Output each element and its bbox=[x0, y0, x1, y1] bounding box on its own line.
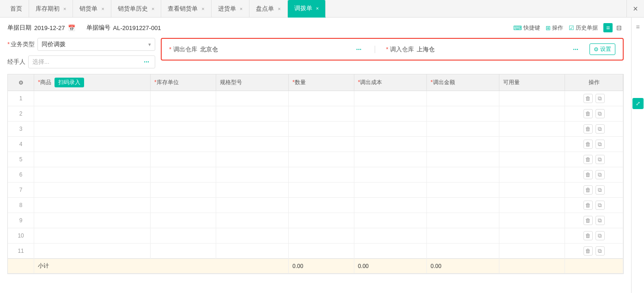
copy-icon[interactable]: ⧉ bbox=[595, 109, 605, 118]
delete-icon[interactable]: 🗑 bbox=[583, 94, 593, 103]
table-row: 1 🗑⧉ bbox=[8, 91, 623, 106]
subtotal-row: 小计 0.00 0.00 0.00 bbox=[8, 259, 623, 274]
history-action[interactable]: ☑ 历史单据 bbox=[569, 24, 598, 32]
tab-sales-order[interactable]: 销货单 × bbox=[73, 0, 111, 18]
table-row: 11 🗑⧉ bbox=[8, 244, 623, 259]
copy-icon[interactable]: ⧉ bbox=[595, 246, 605, 256]
tab-view-sales-close[interactable]: × bbox=[201, 6, 204, 12]
out-warehouse-dots[interactable]: ··· bbox=[354, 46, 364, 53]
delete-icon[interactable]: 🗑 bbox=[583, 140, 593, 149]
tab-inventory-init-close[interactable]: × bbox=[63, 6, 66, 12]
layout-toggle: ≡ ⊟ bbox=[603, 23, 624, 32]
delete-icon[interactable]: 🗑 bbox=[583, 231, 593, 240]
copy-icon[interactable]: ⧉ bbox=[595, 201, 605, 210]
warehouse-divider bbox=[375, 46, 375, 53]
copy-icon[interactable]: ⧉ bbox=[595, 140, 605, 149]
table-col-gear[interactable]: ⚙ bbox=[8, 74, 34, 91]
warehouse-box: * 调出仓库 北京仓 ··· * 调入仓库 上海仓 ··· ⚙ 设置 bbox=[161, 38, 624, 61]
window-close-button[interactable]: × bbox=[626, 0, 644, 18]
subtotal-cost: 0.00 bbox=[354, 259, 426, 274]
business-type-value: 同价调拨 bbox=[42, 40, 66, 49]
subtotal-amount: 0.00 bbox=[427, 259, 499, 274]
form-area: *业务类型 同价调拨 ▾ 经手人 选择... ··· * bbox=[7, 38, 624, 68]
settings-label: 设置 bbox=[600, 45, 611, 53]
table-col-available: 可用量 bbox=[499, 74, 565, 91]
copy-icon[interactable]: ⧉ bbox=[595, 231, 605, 240]
delete-icon[interactable]: 🗑 bbox=[583, 170, 593, 179]
in-warehouse-field: * 调入仓库 上海仓 ··· bbox=[386, 45, 581, 54]
tab-sales-history-close[interactable]: × bbox=[152, 6, 154, 12]
layout-grid-icon[interactable]: ⊟ bbox=[614, 23, 624, 32]
shortcut-action[interactable]: ⌨ 快捷键 bbox=[513, 24, 540, 32]
delete-icon[interactable]: 🗑 bbox=[583, 216, 593, 225]
copy-icon[interactable]: ⧉ bbox=[595, 94, 605, 103]
person-dots-button[interactable]: ··· bbox=[142, 58, 151, 66]
business-type-select[interactable]: 同价调拨 ▾ bbox=[37, 38, 155, 51]
table-col-unit: *库存单位 bbox=[150, 74, 216, 91]
out-warehouse-value[interactable]: 北京仓 bbox=[200, 45, 352, 54]
tab-purchase-order-label: 进货单 bbox=[218, 5, 236, 13]
tab-transfer-order-label: 调拨单 bbox=[294, 4, 312, 12]
delete-icon[interactable]: 🗑 bbox=[583, 246, 593, 256]
layout-list-icon[interactable]: ≡ bbox=[603, 23, 613, 32]
copy-icon[interactable]: ⧉ bbox=[595, 216, 605, 225]
in-warehouse-dots[interactable]: ··· bbox=[571, 46, 580, 53]
tab-purchase-order[interactable]: 进货单 × bbox=[212, 0, 249, 18]
tab-inventory-check-close[interactable]: × bbox=[278, 6, 280, 12]
scan-button[interactable]: 扫码录入 bbox=[55, 78, 84, 87]
tab-sales-history-label: 销货单历史 bbox=[118, 5, 148, 13]
tab-inventory-check[interactable]: 盘点单 × bbox=[249, 0, 287, 18]
copy-icon[interactable]: ⧉ bbox=[595, 170, 605, 179]
delete-icon[interactable]: 🗑 bbox=[583, 201, 593, 210]
tab-home[interactable]: 首页 bbox=[4, 0, 29, 18]
table-row: 7 🗑⧉ bbox=[8, 183, 623, 198]
tab-view-sales-label: 查看销货单 bbox=[168, 5, 198, 13]
table-row: 10 🗑⧉ bbox=[8, 228, 623, 244]
in-warehouse-label: * 调入仓库 bbox=[386, 45, 414, 54]
calendar-icon[interactable]: 📅 bbox=[68, 24, 75, 31]
delete-icon[interactable]: 🗑 bbox=[583, 155, 593, 164]
out-warehouse-field: * 调出仓库 北京仓 ··· bbox=[169, 45, 364, 54]
data-table-wrap: ⚙ *商品 扫码录入 *库存单位 规格型号 *数量 *调出成本 *调出金额 可用… bbox=[7, 74, 624, 274]
delete-icon[interactable]: 🗑 bbox=[583, 109, 593, 118]
doc-header: 单据日期 2019-12-27 📅 单据编号 AL-20191227-001 ⌨… bbox=[7, 23, 624, 32]
history-label: 历史单据 bbox=[576, 24, 598, 32]
tab-sales-order-label: 销货单 bbox=[79, 5, 97, 13]
doc-date-field: 单据日期 2019-12-27 📅 bbox=[7, 24, 75, 32]
person-placeholder: 选择... bbox=[32, 58, 49, 66]
settings-button[interactable]: ⚙ 设置 bbox=[589, 43, 615, 55]
form-left: *业务类型 同价调拨 ▾ 经手人 选择... ··· bbox=[7, 38, 155, 68]
operation-action[interactable]: ⊞ 操作 bbox=[546, 24, 563, 32]
close-icon: × bbox=[633, 4, 638, 14]
delete-icon[interactable]: 🗑 bbox=[583, 185, 593, 195]
date-value[interactable]: 2019-12-27 bbox=[34, 24, 65, 31]
sidebar-list-icon[interactable]: ≡ bbox=[632, 21, 644, 32]
person-select[interactable]: 选择... ··· bbox=[28, 55, 155, 68]
table-row: 3 🗑⧉ bbox=[8, 122, 623, 137]
tab-purchase-order-close[interactable]: × bbox=[240, 6, 243, 12]
tab-sales-order-close[interactable]: × bbox=[101, 6, 104, 12]
tab-transfer-order[interactable]: 调拨单 × bbox=[288, 0, 326, 18]
shortcut-icon: ⌨ bbox=[513, 24, 522, 31]
right-sidebar: ≡ ⤢ bbox=[631, 18, 644, 280]
business-type-label: *业务类型 bbox=[7, 40, 35, 49]
out-warehouse-label: * 调出仓库 bbox=[169, 45, 197, 54]
shortcut-label: 快捷键 bbox=[523, 24, 540, 32]
copy-icon[interactable]: ⧉ bbox=[595, 124, 605, 134]
copy-icon[interactable]: ⧉ bbox=[595, 185, 605, 195]
table-row: 5 🗑⧉ bbox=[8, 152, 623, 167]
sidebar-expand-icon[interactable]: ⤢ bbox=[632, 98, 644, 109]
operation-label: 操作 bbox=[552, 24, 563, 32]
subtotal-qty: 0.00 bbox=[288, 259, 354, 274]
date-label: 单据日期 bbox=[7, 24, 31, 32]
tab-transfer-order-close[interactable]: × bbox=[316, 6, 319, 11]
header-actions: ⌨ 快捷键 ⊞ 操作 ☑ 历史单据 ≡ ⊟ bbox=[513, 23, 624, 32]
tab-view-sales[interactable]: 查看销货单 × bbox=[161, 0, 211, 18]
table-col-action: 操作 bbox=[565, 74, 623, 91]
tab-inventory-init[interactable]: 库存期初 × bbox=[29, 0, 73, 18]
copy-icon[interactable]: ⧉ bbox=[595, 155, 605, 164]
delete-icon[interactable]: 🗑 bbox=[583, 124, 593, 134]
table-col-amount: *调出金额 bbox=[427, 74, 499, 91]
tab-sales-history[interactable]: 销货单历史 × bbox=[111, 0, 161, 18]
in-warehouse-value[interactable]: 上海仓 bbox=[417, 45, 568, 54]
